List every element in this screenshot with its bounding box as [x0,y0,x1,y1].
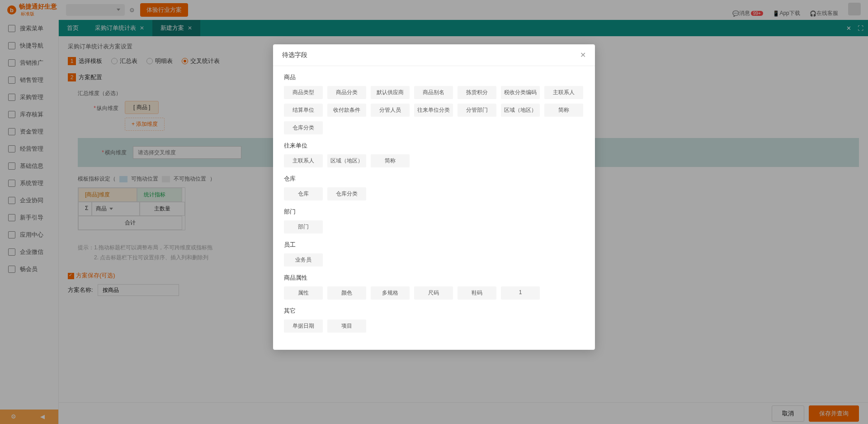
field-chip[interactable]: 鞋码 [458,286,496,300]
field-chip[interactable]: 分管部门 [458,104,496,117]
field-chip[interactable]: 商品分类 [327,86,366,99]
field-chip[interactable]: 主联系人 [544,86,583,99]
field-chip[interactable]: 仓库 [284,187,323,200]
field-group-2: 仓库仓库仓库分类 [284,175,584,200]
field-chip[interactable]: 区域（地区） [327,154,366,167]
field-chip[interactable]: 颜色 [327,286,366,300]
field-chip[interactable]: 业务员 [284,253,323,267]
field-chip[interactable]: 仓库分类 [284,121,323,134]
field-chip[interactable]: 往来单位分类 [414,104,453,117]
field-chip[interactable]: 多规格 [371,286,410,300]
field-group-title: 往来单位 [284,142,584,150]
field-chip[interactable]: 区域（地区） [501,104,540,117]
field-chip[interactable]: 1 [501,286,540,300]
field-chip[interactable]: 尺码 [414,286,453,300]
field-chip[interactable]: 结算单位 [284,104,323,117]
field-group-title: 商品 [284,73,584,81]
field-chip[interactable]: 收付款条件 [327,104,366,117]
field-group-0: 商品商品类型商品分类默认供应商商品别名拣货积分税收分类编码主联系人结算单位收付款… [284,73,584,134]
field-group-title: 其它 [284,307,584,315]
field-group-5: 商品属性属性颜色多规格尺码鞋码1 [284,274,584,300]
field-chip[interactable]: 简称 [371,154,410,167]
field-picker-modal: 待选字段 ✕ 商品商品类型商品分类默认供应商商品别名拣货积分税收分类编码主联系人… [273,44,595,350]
field-chip[interactable]: 简称 [544,104,583,117]
field-chip[interactable]: 单据日期 [284,319,323,333]
field-chip[interactable]: 默认供应商 [371,86,410,99]
close-icon[interactable]: ✕ [580,51,586,59]
field-chip[interactable]: 税收分类编码 [501,86,540,99]
field-chip[interactable]: 拣货积分 [458,86,496,99]
field-group-title: 部门 [284,208,584,216]
field-chip[interactable]: 主联系人 [284,154,323,167]
field-chip[interactable]: 分管人员 [371,104,410,117]
field-chip[interactable]: 商品别名 [414,86,453,99]
field-group-3: 部门部门 [284,208,584,233]
field-chip[interactable]: 商品类型 [284,86,323,99]
field-chip[interactable]: 属性 [284,286,323,300]
field-group-1: 往来单位主联系人区域（地区）简称 [284,142,584,167]
field-group-4: 员工业务员 [284,241,584,267]
field-group-title: 员工 [284,241,584,249]
field-group-title: 商品属性 [284,274,584,282]
field-group-title: 仓库 [284,175,584,183]
field-chip[interactable]: 部门 [284,220,323,233]
field-chip[interactable]: 项目 [327,319,366,333]
field-chip[interactable]: 仓库分类 [327,187,366,200]
modal-title: 待选字段 [282,51,307,59]
field-group-6: 其它单据日期项目 [284,307,584,333]
